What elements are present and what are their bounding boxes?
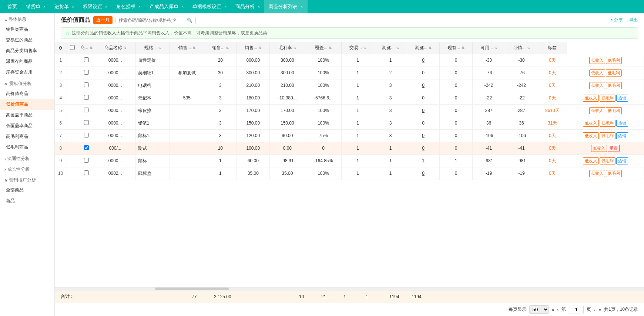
row-checkbox-cell[interactable] <box>78 117 95 129</box>
search-input[interactable] <box>119 18 185 23</box>
row-browse1[interactable]: 0 <box>407 79 439 92</box>
th-coverage[interactable]: 覆盖... ⇅ <box>305 42 342 54</box>
th-gear[interactable]: ⚙ <box>55 42 67 54</box>
row-name[interactable]: 鼠标 <box>135 154 170 167</box>
th-browse1[interactable]: 浏览... ⇅ <box>374 42 407 54</box>
row-name[interactable]: 测试 <box>135 142 170 154</box>
th-code[interactable]: 商... ⇅ <box>78 42 95 54</box>
th-margin[interactable]: 毛利率 ⇅ <box>269 42 305 54</box>
nav-permission[interactable]: 权限设置 × <box>78 0 112 13</box>
row-checkbox[interactable] <box>84 170 89 175</box>
page-last-btn[interactable]: » <box>598 307 601 312</box>
sidebar-item-new-products[interactable]: 新品 <box>0 196 54 206</box>
page-size-select[interactable]: 50 10 20 100 <box>529 305 549 314</box>
row-name[interactable]: 电话机 <box>135 79 170 92</box>
sidebar-section-contribution[interactable]: ∨ 贡献值分析 <box>0 78 54 88</box>
row-checkbox[interactable] <box>84 108 89 112</box>
nav-analysis[interactable]: 商品分析 × <box>231 0 264 13</box>
row-browse1[interactable]: 1 <box>407 154 439 167</box>
th-col2[interactable]: 销售... ⇅ <box>204 42 237 54</box>
th-trade[interactable]: 交易... ⇅ <box>341 42 374 54</box>
sidebar-item-high-coverage[interactable]: 高覆盖率商品 <box>0 110 54 120</box>
nav-purchase[interactable]: 进货单 × <box>50 0 78 13</box>
row-checkbox-cell[interactable] <box>78 167 95 180</box>
sidebar-section-circulation[interactable]: › 流通性分析 <box>0 153 54 163</box>
th-current[interactable]: 现有... ⇅ <box>440 42 472 54</box>
search-icon[interactable]: 🔍 <box>187 18 192 23</box>
row-checkbox-cell[interactable] <box>78 79 95 92</box>
row-browse1[interactable]: 0 <box>407 129 439 142</box>
row-browse1[interactable]: 0 <box>407 167 439 180</box>
row-browse1[interactable]: 0 <box>407 54 439 67</box>
row-checkbox-cell[interactable] <box>78 92 95 104</box>
sidebar-item-low-margin[interactable]: 低毛利商品 <box>0 142 54 153</box>
row-browse1[interactable]: 0 <box>407 117 439 129</box>
sidebar-item-all-products[interactable]: 全部商品 <box>0 185 54 196</box>
sidebar-item-sales-products[interactable]: 销售类商品 <box>0 24 54 35</box>
row-browse1[interactable]: 0 <box>407 142 439 154</box>
row-checkbox-cell[interactable] <box>78 142 95 154</box>
th-spec[interactable]: 规格... ⇅ <box>135 42 170 54</box>
row-checkbox[interactable] <box>84 82 89 87</box>
sidebar-item-low-value[interactable]: 低价值商品 <box>0 99 54 110</box>
nav-template[interactable]: 单据模板设置 × <box>188 0 231 13</box>
row-browse1[interactable]: 0 <box>407 104 439 117</box>
row-name[interactable]: 鼠标垫 <box>135 167 170 180</box>
row-checkbox-cell[interactable] <box>78 154 95 167</box>
th-col3[interactable]: 销售... ⇅ <box>237 42 269 54</box>
row-name[interactable]: 笔记本 <box>135 92 170 104</box>
page-next-btn[interactable]: › <box>594 307 596 312</box>
sidebar-section-overall[interactable]: « 整体信息 <box>0 13 54 24</box>
sidebar-section-growth[interactable]: › 成长性分析 <box>0 163 54 174</box>
row-checkbox-cell[interactable] <box>78 129 95 142</box>
horizontal-scrollbar[interactable] <box>55 287 644 290</box>
nav-home[interactable]: 首页 <box>3 0 21 13</box>
row-checkbox[interactable] <box>84 133 89 137</box>
sidebar-item-inventory-capital[interactable]: 库存资金占用 <box>0 67 54 78</box>
gear-icon[interactable]: ⚙ <box>58 45 63 51</box>
sidebar-item-low-coverage[interactable]: 低覆盖率商品 <box>0 120 54 131</box>
row-checkbox[interactable] <box>84 70 89 75</box>
th-tags[interactable]: 标签 <box>538 42 567 54</box>
nav-sales[interactable]: 销货单 × <box>21 0 50 13</box>
check-all[interactable] <box>70 45 75 50</box>
row-name[interactable]: 铅笔1 <box>135 117 170 129</box>
row-checkbox[interactable] <box>84 120 89 125</box>
row-name[interactable]: 鼠标1 <box>135 129 170 142</box>
export-btn[interactable]: ↓ 导出 <box>626 17 638 23</box>
sidebar-item-traded[interactable]: 交易过的商品 <box>0 35 54 45</box>
table-container[interactable]: ⚙ 商... ⇅ 商品名称 ⇅ 规格... ⇅ 销售... ⇅ 销售... ⇅ … <box>55 42 644 287</box>
th-checkbox[interactable] <box>67 42 78 54</box>
sidebar-section-marketing[interactable]: ∨ 营销推广分析 <box>0 174 54 185</box>
page-number-input[interactable] <box>569 306 584 313</box>
nav-role[interactable]: 角色授权 × <box>112 0 145 13</box>
sidebar-item-category-rate[interactable]: 商品分类销售率 <box>0 45 54 56</box>
row-browse1[interactable]: 0 <box>407 92 439 104</box>
row-checkbox-cell[interactable] <box>78 67 95 79</box>
th-sellable[interactable]: 可销... ⇅ <box>505 42 538 54</box>
row-name[interactable]: 橡皮擦 <box>135 104 170 117</box>
nav-product[interactable]: 产成品入库单 × <box>145 0 188 13</box>
sidebar-item-high-value[interactable]: 高价值商品 <box>0 88 54 99</box>
sidebar-item-slow-stock[interactable]: 滞库存的商品 <box>0 56 54 67</box>
row-checkbox[interactable] <box>84 95 89 100</box>
row-checkbox[interactable] <box>84 145 89 150</box>
nav-analysis-list[interactable]: 商品分析列表 × <box>264 0 307 13</box>
row-checkbox-cell[interactable] <box>78 104 95 117</box>
date-filter-btn[interactable]: 近一月 <box>93 16 113 24</box>
th-col1[interactable]: 销售... ⇅ <box>170 42 204 54</box>
sidebar-item-high-margin[interactable]: 高毛利商品 <box>0 131 54 142</box>
page-first-btn[interactable]: « <box>552 307 554 312</box>
row-name[interactable]: 吴细细1 <box>135 67 170 79</box>
page-prev-btn[interactable]: ‹ <box>557 307 559 312</box>
share-btn[interactable]: ↗ 分享 <box>609 17 623 23</box>
row-checkbox[interactable] <box>84 158 89 163</box>
row-browse1[interactable]: 0 <box>407 67 439 79</box>
row-name[interactable]: 属性定价 <box>135 54 170 67</box>
th-available[interactable]: 可用... ⇅ <box>472 42 505 54</box>
row-checkbox-cell[interactable] <box>78 54 95 67</box>
th-name[interactable]: 商品名称 ⇅ <box>95 42 135 54</box>
th-browse2[interactable]: 浏览... ⇅ <box>407 42 439 54</box>
row-checkbox[interactable] <box>84 57 89 62</box>
product-tag: 低毛利 <box>606 107 622 114</box>
